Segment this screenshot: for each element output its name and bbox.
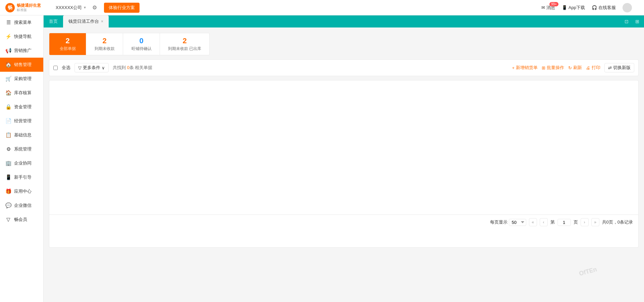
card-overdue-unpaid[interactable]: 2 到期未收款 (86, 33, 123, 55)
app-download-button[interactable]: 📱 App下载 (562, 5, 585, 11)
quick-nav-icon: ⚡ (5, 34, 11, 40)
toolbar-right: + 新增销货单 ⊞ 批量操作 ↻ 刷新 🖨 打印 ⇄ 切换新版 (512, 63, 634, 72)
batch-icon: ⊞ (542, 65, 545, 70)
sidebar-item-app-center[interactable]: 🎁 应用中心 (0, 184, 43, 198)
per-page-selector: 每页显示 20 50 100 (490, 219, 526, 226)
guide-icon: 📱 (5, 174, 11, 180)
logo-icon: 畅 (5, 3, 15, 12)
sidebar-label-member: 畅会员 (14, 217, 27, 223)
sidebar-item-search-menu[interactable]: ☰ 搜索菜单 (0, 15, 43, 29)
sidebar-item-finance[interactable]: 🔒 资金管理 (0, 100, 43, 114)
tab-daily-work[interactable]: 钱货日清工作台 × (63, 15, 109, 27)
message-button[interactable]: ✉ 消息 99+ (541, 5, 555, 11)
next-page-button[interactable]: › (581, 218, 589, 226)
maximize-icon[interactable]: ⊞ (633, 17, 641, 25)
card-all[interactable]: 2 全部单据 (49, 33, 86, 55)
card-overdue-shipped[interactable]: 2 到期未收款 已出库 (160, 33, 209, 55)
batch-label: 批量操作 (547, 65, 564, 71)
filter-label: 更多条件 (83, 65, 100, 71)
per-page-select[interactable]: 20 50 100 (509, 219, 526, 226)
operation-icon: 📄 (5, 118, 11, 124)
add-sales-order-label: 新增销货单 (516, 65, 538, 71)
sidebar-label-sales: 销售管理 (14, 62, 32, 68)
company-selector[interactable]: XXXXXX公司 ▼ (56, 5, 87, 11)
tab-home-label: 首页 (49, 18, 58, 24)
sidebar-item-wechat[interactable]: 💬 企业微信 (0, 198, 43, 213)
system-icon: ⚙ (5, 146, 11, 152)
company-name: XXXXXX公司 (56, 5, 82, 11)
minimize-icon[interactable]: ⊡ (623, 17, 631, 25)
refresh-icon: ↻ (568, 65, 572, 70)
finance-icon: 🔒 (5, 104, 11, 110)
sidebar-label-guide: 新手引导 (14, 174, 32, 180)
logo-text: 畅捷通好生意 标准版 (17, 3, 41, 12)
table-area: 每页显示 20 50 100 « ‹ 第 页 › » 共0页，0条记录 (49, 80, 639, 248)
filter-icon: ▽ (78, 65, 82, 70)
online-service-label: 在线客服 (598, 5, 616, 11)
purchase-icon: 🛒 (5, 76, 11, 82)
card-overdue-unpaid-count: 2 (94, 37, 115, 45)
sidebar-item-basic[interactable]: 📋 基础信息 (0, 128, 43, 142)
tab-home[interactable]: 首页 (44, 15, 63, 27)
print-label: 打印 (592, 65, 600, 71)
card-wangpu-pending[interactable]: 0 旺铺待确认 (123, 33, 160, 55)
switch-version-button[interactable]: ⇄ 切换新版 (604, 63, 634, 72)
prev-page-button[interactable]: ‹ (540, 218, 548, 226)
print-button[interactable]: 🖨 打印 (586, 65, 600, 71)
batch-operation-button[interactable]: ⊞ 批量操作 (542, 65, 564, 71)
member-icon: ▽ (5, 217, 11, 223)
sidebar-item-sales[interactable]: 🏠 销售管理 (0, 58, 43, 72)
app-center-icon: 🎁 (5, 188, 11, 194)
sidebar-label-finance: 资金管理 (14, 104, 32, 110)
sidebar-label-operation: 经营管理 (14, 118, 32, 124)
tab-close-icon[interactable]: × (101, 19, 103, 24)
print-icon: 🖨 (586, 65, 590, 70)
trial-button[interactable]: 体验行业方案 (104, 3, 140, 13)
avatar[interactable] (623, 3, 632, 12)
sidebar-label-quick-nav: 快捷导航 (14, 34, 32, 40)
sidebar-item-system[interactable]: ⚙ 系统管理 (0, 142, 43, 156)
sidebar-item-inventory[interactable]: 🏠 库存核算 (0, 86, 43, 100)
filter-chevron-icon: ∨ (102, 65, 105, 70)
settings-icon[interactable]: ⚙ (90, 3, 99, 12)
sidebar-item-marketing[interactable]: 📢 营销推广 (0, 44, 43, 58)
app-download-label: App下载 (569, 5, 585, 11)
refresh-button[interactable]: ↻ 刷新 (568, 65, 582, 71)
page-input[interactable] (557, 219, 571, 226)
switch-icon: ⇄ (608, 65, 612, 70)
inventory-icon: 🏠 (5, 90, 11, 96)
online-service-button[interactable]: 🎧 在线客服 (592, 5, 616, 11)
sales-icon: 🏠 (5, 62, 11, 68)
sidebar-item-quick-nav[interactable]: ⚡ 快捷导航 (0, 29, 43, 44)
sidebar-item-enterprise[interactable]: 🏢 企业协同 (0, 156, 43, 170)
filter-button[interactable]: ▽ 更多条件 ∨ (74, 63, 109, 72)
sidebar-item-operation[interactable]: 📄 经营管理 (0, 114, 43, 128)
select-all-checkbox[interactable] (53, 66, 58, 70)
logo-subtitle: 标准版 (17, 8, 41, 12)
sidebar: ☰ 搜索菜单 ⚡ 快捷导航 📢 营销推广 🏠 销售管理 🛒 采购管理 🏠 库存核… (0, 15, 44, 302)
nav-tabs: 首页 钱货日清工作台 × ⊡ ⊞ (44, 15, 644, 27)
first-page-button[interactable]: « (529, 218, 537, 226)
sidebar-item-member[interactable]: ▽ 畅会员 (0, 213, 43, 227)
sidebar-item-guide[interactable]: 📱 新手引导 (0, 170, 43, 184)
headset-icon: 🎧 (592, 5, 597, 10)
basic-icon: 📋 (5, 132, 11, 138)
plus-icon: + (512, 65, 515, 70)
chevron-down-icon: ▼ (83, 6, 87, 9)
card-wangpu-pending-count: 0 (131, 37, 152, 45)
card-overdue-shipped-count: 2 (168, 37, 201, 45)
sidebar-label-system: 系统管理 (14, 146, 32, 152)
sidebar-label-search-menu: 搜索菜单 (14, 19, 32, 25)
sidebar-item-purchase[interactable]: 🛒 采购管理 (0, 72, 43, 86)
sidebar-label-inventory: 库存核算 (14, 90, 32, 96)
last-page-button[interactable]: » (591, 218, 599, 226)
switch-label: 切换新版 (613, 65, 631, 71)
phone-icon: 📱 (562, 5, 567, 10)
add-sales-order-button[interactable]: + 新增销货单 (512, 65, 538, 71)
found-count: 0 (127, 65, 129, 70)
summary-cards: 2 全部单据 2 到期未收款 0 旺铺待确认 2 到期未收款 已出库 (49, 33, 210, 55)
sidebar-label-enterprise: 企业协同 (14, 160, 32, 166)
sidebar-label-wechat: 企业微信 (14, 202, 32, 208)
select-all-label: 全选 (62, 65, 70, 71)
logo-title: 畅捷通好生意 (17, 3, 41, 8)
